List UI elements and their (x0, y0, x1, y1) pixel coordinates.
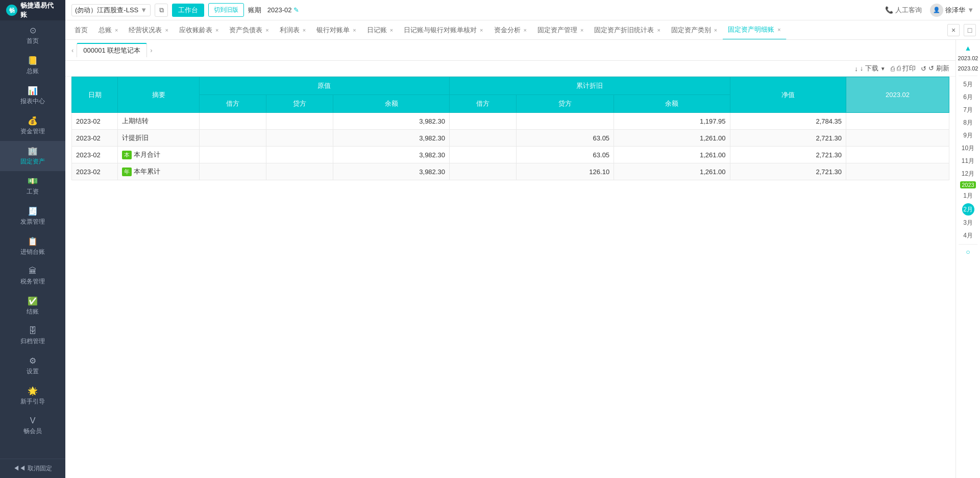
workbench-button[interactable]: 工作台 (172, 4, 204, 17)
next-nav-button[interactable]: › (150, 46, 152, 54)
cell-net-value: 2,721.30 (730, 147, 846, 163)
tab-ledger[interactable]: 总账 × (93, 20, 124, 40)
sidebar-item-archive[interactable]: 🗄 归档管理 (0, 321, 65, 351)
sidebar-item-fixed-assets[interactable]: 🏢 固定资产 (0, 141, 65, 171)
expand-button[interactable]: □ (964, 24, 976, 36)
refresh-button[interactable]: ↺ ↺ 刷新 (921, 64, 949, 73)
tab-ar[interactable]: 应收账龄表 × (174, 20, 224, 40)
download-button[interactable]: ↓ ↓ 下载 ▼ (854, 64, 886, 73)
sidebar-item-label: 资金管理 (20, 127, 45, 136)
month-11[interactable]: 11月 (961, 155, 975, 168)
month-1[interactable]: 1月 (962, 189, 974, 202)
tab-biz-status[interactable]: 经营状况表 × (124, 20, 174, 40)
prev-nav-button[interactable]: ‹ (71, 46, 74, 54)
tab-fa-detail-close[interactable]: × (777, 27, 780, 33)
tab-bank-stmt-close[interactable]: × (353, 27, 356, 33)
sidebar-item-member[interactable]: V 畅会员 (0, 411, 65, 441)
tab-fund-analysis-close[interactable]: × (524, 27, 527, 33)
settle-icon: ✅ (28, 296, 38, 306)
tab-fa-category[interactable]: 固定资产类别 × (666, 20, 723, 40)
tab-balance-label: 资产负债表 (229, 26, 262, 35)
month-10[interactable]: 10月 (961, 142, 975, 155)
tab-fa-depreciation[interactable]: 固定资产折旧统计表 × (589, 20, 666, 40)
month-5[interactable]: 5月 (962, 78, 974, 91)
switch-version-button[interactable]: 切到旧版 (208, 3, 244, 17)
tab-fa-detail[interactable]: 固定资产明细账 × (723, 20, 786, 40)
service-button[interactable]: 📞 人工客询 (885, 6, 922, 15)
print-button[interactable]: ⎙ ⎙ 打印 (891, 64, 916, 73)
th-depreciation-debit: 借方 (449, 95, 516, 113)
tab-profit-close[interactable]: × (303, 27, 306, 33)
period-top1[interactable]: 2023.02 (957, 53, 979, 63)
user-name: 徐泽华 (945, 6, 965, 15)
salary-icon: 💵 (28, 176, 38, 186)
sidebar-item-label: 归档管理 (20, 337, 45, 346)
active-month[interactable]: 2月 (962, 203, 974, 216)
sidebar-item-salary[interactable]: 💵 工资 (0, 171, 65, 201)
th-original-debit: 借方 (200, 95, 266, 113)
month-4[interactable]: 4月 (962, 229, 974, 242)
month-9[interactable]: 9月 (962, 129, 974, 142)
sidebar-item-invoice[interactable]: 🧾 发票管理 (0, 201, 65, 231)
cell-orig-debit (200, 113, 266, 130)
sidebar-item-tax[interactable]: 🏛 税务管理 (0, 261, 65, 291)
th-period: 2023.02 (846, 77, 949, 113)
tab-fa-mgmt[interactable]: 固定资产管理 × (532, 20, 589, 40)
year-badge: 2023 (960, 181, 975, 188)
member-icon: V (30, 416, 36, 425)
asset-tab[interactable]: 000001 联想笔记本 (77, 43, 147, 57)
company-selector[interactable]: (勿动）江西股查-LSS ▼ (71, 4, 151, 16)
month-12[interactable]: 12月 (961, 168, 975, 180)
tab-journal-close[interactable]: × (390, 27, 393, 33)
archive-icon: 🗄 (29, 326, 37, 336)
tab-journal[interactable]: 日记账 × (362, 20, 399, 40)
tab-home[interactable]: 首页 (69, 20, 93, 40)
avatar: 👤 (930, 4, 943, 17)
month-6[interactable]: 6月 (962, 91, 974, 104)
month-3[interactable]: 3月 (962, 217, 974, 229)
period-edit-icon[interactable]: ✎ (293, 6, 299, 14)
period-top2[interactable]: 2023.02 (957, 63, 979, 74)
sidebar: 畅 畅捷通易代账 ⊙ 首页 📒 总账 📊 报表中心 💰 资金管理 🏢 固定资产 … (0, 0, 65, 478)
tab-ledger-close[interactable]: × (115, 27, 118, 33)
user-menu[interactable]: 👤 徐泽华 ▼ (930, 4, 974, 17)
tab-journal-bank[interactable]: 日记账与银行对账单核对 × (399, 20, 488, 40)
close-all-tabs-button[interactable]: × (947, 24, 960, 36)
tab-biz-status-close[interactable]: × (165, 27, 168, 33)
sidebar-item-funds[interactable]: 💰 资金管理 (0, 111, 65, 141)
sidebar-item-guide[interactable]: 🌟 新手引导 (0, 381, 65, 411)
sidebar-item-settings[interactable]: ⚙ 设置 (0, 351, 65, 381)
sidebar-unpin-button[interactable]: ◀◀ 取消固定 (0, 459, 65, 478)
copy-button[interactable]: ⧉ (155, 4, 168, 17)
sidebar-item-label: 固定资产 (20, 157, 45, 166)
cell-orig-balance: 3,982.30 (333, 163, 449, 180)
cell-dep-credit: 126.10 (517, 163, 614, 180)
th-net-value: 净值 (730, 77, 846, 113)
sidebar-item-settle[interactable]: ✅ 结账 (0, 291, 65, 321)
tab-fa-category-close[interactable]: × (714, 27, 717, 33)
sidebar-item-ledger[interactable]: 📒 总账 (0, 51, 65, 81)
tab-profit[interactable]: 利润表 × (275, 20, 311, 40)
divider1 (959, 76, 978, 76)
tax-icon: 🏛 (29, 267, 37, 276)
table-row: 2023-02 年本年累计 3,982.30 126.10 1,261.00 2… (72, 163, 949, 180)
sidebar-item-sales[interactable]: 📋 进销台账 (0, 231, 65, 261)
tab-bank-stmt[interactable]: 银行对账单 × (311, 20, 361, 40)
month-8[interactable]: 8月 (962, 116, 974, 129)
tab-balance-close[interactable]: × (265, 27, 268, 33)
tab-fa-mgmt-close[interactable]: × (580, 27, 583, 33)
tab-fa-depreciation-close[interactable]: × (657, 27, 660, 33)
sidebar-item-reports[interactable]: 📊 报表中心 (0, 81, 65, 111)
tab-ar-close[interactable]: × (215, 27, 218, 33)
scroll-up-button[interactable]: ▲ (964, 43, 973, 53)
tab-balance[interactable]: 资产负债表 × (224, 20, 274, 40)
dropdown-icon: ▼ (140, 6, 147, 14)
month-7[interactable]: 7月 (962, 104, 974, 116)
tab-fa-category-label: 固定资产类别 (671, 26, 711, 35)
sidebar-item-home[interactable]: ⊙ 首页 (0, 20, 65, 51)
tab-journal-bank-close[interactable]: × (480, 27, 483, 33)
guide-icon: 🌟 (28, 386, 38, 396)
scroll-down-button[interactable]: ○ (965, 247, 971, 257)
tab-fund-analysis[interactable]: 资金分析 × (489, 20, 532, 40)
main-content: ‹ 000001 联想笔记本 › ↓ ↓ 下载 ▼ ⎙ ⎙ 打印 (65, 40, 955, 478)
